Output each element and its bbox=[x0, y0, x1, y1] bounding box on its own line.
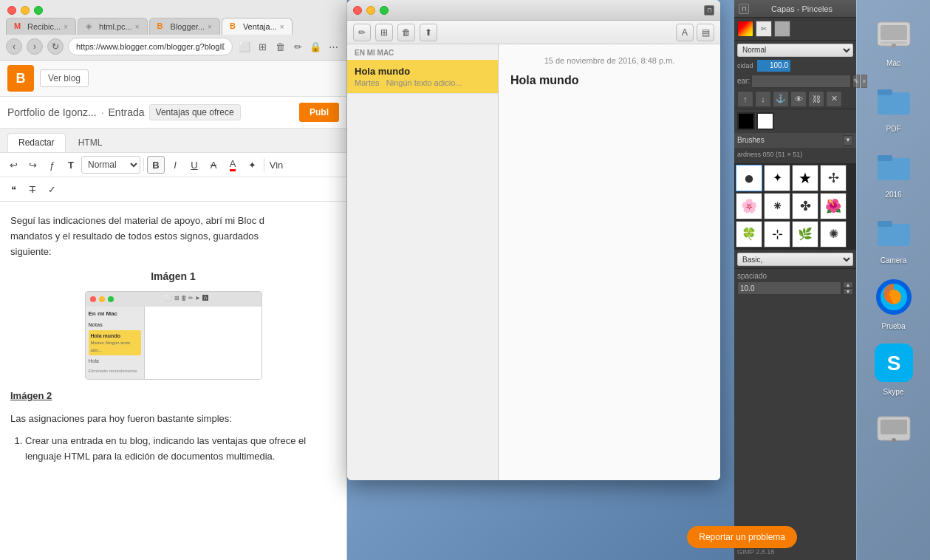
notes-new-button[interactable]: ✏ bbox=[353, 24, 371, 41]
undo-button[interactable]: ↩ bbox=[4, 156, 22, 174]
gimp-tool3[interactable] bbox=[774, 21, 790, 37]
font-button[interactable]: ƒ bbox=[43, 156, 61, 174]
gimp-brush-0[interactable]: ● bbox=[736, 165, 762, 191]
tab-ventajas-title: Ventaja... bbox=[243, 22, 277, 31]
gimp-brush-10[interactable]: 🌿 bbox=[792, 221, 818, 247]
gimp-expand-button[interactable]: ⊓ bbox=[739, 4, 749, 14]
notes-delete-button[interactable]: 🗑 bbox=[397, 24, 415, 41]
tab-html[interactable]: ◈ html.pc... × bbox=[78, 18, 147, 35]
ver-blog-button[interactable]: Ver blog bbox=[40, 69, 89, 87]
gimp-search-label: ear: bbox=[737, 77, 750, 85]
delete-icon[interactable]: 🗑 bbox=[273, 39, 287, 54]
refresh-button[interactable]: ↻ bbox=[47, 38, 64, 55]
gimp-opacity-input[interactable] bbox=[757, 60, 790, 72]
style-dropdown[interactable]: Normal bbox=[81, 156, 140, 174]
check-button[interactable]: ✓ bbox=[43, 180, 61, 198]
report-problem-button[interactable]: Reportar un problema bbox=[687, 526, 797, 548]
more-icon[interactable]: ⋯ bbox=[326, 39, 341, 54]
gimp-nav-chain[interactable]: ⛓ bbox=[808, 91, 824, 107]
tab-html[interactable]: HTML bbox=[67, 133, 114, 152]
publish-button[interactable]: Publ bbox=[299, 103, 339, 122]
bold-button[interactable]: B bbox=[147, 156, 165, 174]
gimp-brush-8[interactable]: 🍀 bbox=[736, 221, 762, 247]
notes-close-button[interactable] bbox=[353, 6, 362, 15]
gimp-brushes-expand[interactable]: ▼ bbox=[843, 135, 853, 146]
underline-button[interactable]: U bbox=[185, 156, 203, 174]
gimp-spacing-down[interactable]: ▼ bbox=[843, 288, 853, 295]
gimp-brush-6[interactable]: ✤ bbox=[792, 193, 818, 219]
notes-minimize-button[interactable] bbox=[366, 6, 375, 15]
gimp-search-input[interactable] bbox=[751, 75, 851, 88]
editor-content[interactable]: Seguí las indicaciones del material de a… bbox=[0, 202, 346, 560]
forward-button[interactable]: › bbox=[27, 38, 43, 55]
notes-font-size-button[interactable]: A bbox=[676, 24, 694, 41]
gimp-pipette-tool[interactable]: ✄ bbox=[756, 21, 772, 37]
edit-icon[interactable]: ✏ bbox=[290, 39, 305, 54]
notes-expand-button[interactable]: ⊓ bbox=[704, 5, 714, 16]
tab-gmail[interactable]: M Recibic... × bbox=[6, 18, 76, 35]
grid-icon[interactable]: ⊞ bbox=[255, 39, 270, 54]
gimp-nav-up[interactable]: ↑ bbox=[737, 91, 753, 107]
tab-gmail-close[interactable]: × bbox=[61, 23, 68, 31]
notes-view-button[interactable]: ▤ bbox=[697, 24, 714, 41]
gimp-nav-down[interactable]: ↓ bbox=[755, 91, 771, 107]
gimp-brush-9[interactable]: ⊹ bbox=[764, 221, 790, 247]
font-color-button[interactable]: A bbox=[224, 156, 242, 174]
minimize-button[interactable] bbox=[21, 6, 30, 15]
dock-item-hdd2[interactable] bbox=[864, 402, 923, 457]
tab-redactar[interactable]: Redactar bbox=[7, 133, 66, 152]
remove-format-button[interactable]: T̶ bbox=[24, 180, 41, 198]
gimp-spacing-up[interactable]: ▲ bbox=[843, 281, 853, 288]
gimp-brush-7[interactable]: 🌺 bbox=[820, 193, 847, 219]
dock-item-camera[interactable]: Camera bbox=[864, 205, 923, 267]
italic-button[interactable]: I bbox=[166, 156, 184, 174]
strikethrough-button[interactable]: A bbox=[205, 156, 222, 174]
hdd2-icon bbox=[870, 405, 917, 452]
gimp-mode-dropdown[interactable]: Normal bbox=[737, 44, 853, 57]
quote-button[interactable]: ❝ bbox=[4, 180, 22, 198]
dock-item-pdf[interactable]: PDF bbox=[864, 73, 923, 136]
tab-ventajas[interactable]: B Ventaja... × bbox=[222, 18, 293, 35]
gimp-brush-4[interactable]: 🌸 bbox=[736, 193, 762, 219]
close-button[interactable] bbox=[7, 6, 16, 15]
gimp-nav-delete[interactable]: ✕ bbox=[826, 91, 842, 107]
tab-blogger[interactable]: B Blogger... × bbox=[149, 18, 220, 35]
gimp-nav-row: ↑ ↓ ⚓ 👁 ⛓ ✕ bbox=[734, 89, 856, 109]
notes-maximize-button[interactable] bbox=[380, 6, 389, 15]
gimp-spacing-input[interactable] bbox=[737, 281, 841, 295]
highlight-button[interactable]: ✦ bbox=[243, 156, 261, 174]
blogger-logo[interactable]: B bbox=[7, 65, 34, 92]
post-title-pill[interactable]: Ventajas que ofrece bbox=[149, 104, 241, 120]
gimp-background-color[interactable] bbox=[756, 112, 774, 130]
gimp-nav-anchor[interactable]: ⚓ bbox=[773, 91, 789, 107]
redo-button[interactable]: ↪ bbox=[24, 156, 41, 174]
gimp-brush-3[interactable]: ✢ bbox=[820, 165, 847, 191]
tab-ventajas-close[interactable]: × bbox=[277, 23, 284, 31]
gimp-basic-dropdown[interactable]: Basic, bbox=[737, 253, 853, 266]
lock-icon[interactable]: 🔒 bbox=[308, 39, 323, 54]
text-size-button[interactable]: T bbox=[62, 156, 80, 174]
dock-item-prueba[interactable]: Prueba bbox=[864, 270, 923, 333]
back-button[interactable]: ‹ bbox=[6, 38, 22, 55]
gimp-brush-5[interactable]: ⁕ bbox=[764, 193, 790, 219]
notes-grid-button[interactable]: ⊞ bbox=[375, 24, 393, 41]
dock-item-mac[interactable]: Mac bbox=[864, 7, 923, 70]
tab-blogger-close[interactable]: × bbox=[205, 23, 212, 31]
gimp-brush-11[interactable]: ✺ bbox=[820, 221, 847, 247]
link-button[interactable]: Vin bbox=[267, 156, 285, 174]
notes-list-item-hola[interactable]: Hola mundo Martes Ningún texto adicio... bbox=[347, 60, 498, 94]
gimp-brush-2[interactable]: ★ bbox=[792, 165, 818, 191]
dock-item-2016[interactable]: 2016 bbox=[864, 139, 923, 202]
dock-item-skype[interactable]: S Skype bbox=[864, 336, 923, 399]
gimp-brush-1[interactable]: ✦ bbox=[764, 165, 790, 191]
maximize-button[interactable] bbox=[34, 6, 43, 15]
gimp-nav-eye[interactable]: 👁 bbox=[790, 91, 807, 107]
notes-share-button[interactable]: ⬆ bbox=[420, 24, 437, 41]
tab-html-close[interactable]: × bbox=[132, 23, 140, 31]
gimp-color-picker[interactable] bbox=[737, 21, 753, 37]
gimp-foreground-color[interactable] bbox=[737, 112, 755, 130]
window-icon[interactable]: ⬜ bbox=[237, 39, 252, 54]
assignment-list: Crear una entrada en tu blog, indicando … bbox=[25, 434, 336, 465]
address-input[interactable] bbox=[68, 38, 233, 55]
thumb-nota-body: Hola bbox=[89, 357, 141, 365]
